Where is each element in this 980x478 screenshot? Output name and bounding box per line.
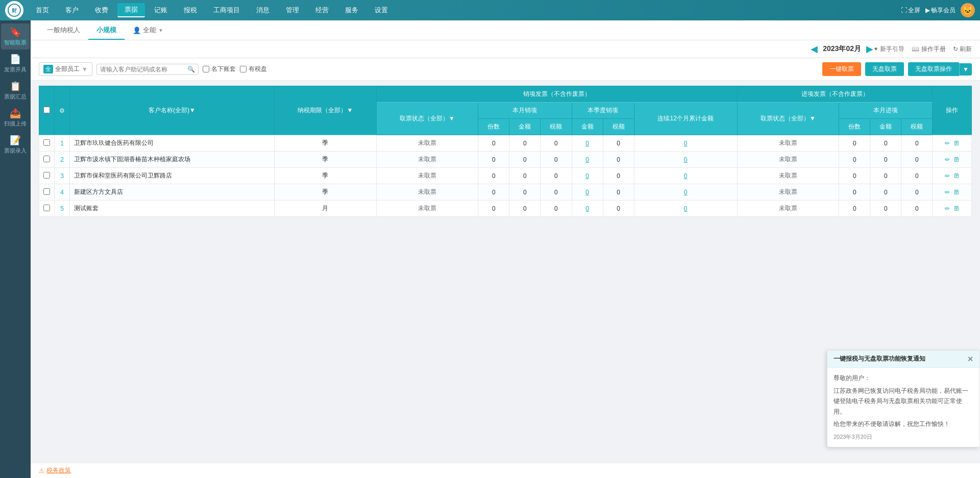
period-prev-button[interactable]: ◀ <box>811 43 818 55</box>
nav-msg[interactable]: 消息 <box>249 4 277 17</box>
row-edit-button[interactable]: ✏ <box>945 189 950 196</box>
nav-service[interactable]: 服务 <box>338 4 365 17</box>
no-disk-op-arrow[interactable]: ▼ <box>959 63 972 76</box>
nav-right: ⛶ 全屏 ▶ 畅享会员 🐱 <box>901 3 975 17</box>
row-checkbox[interactable] <box>43 188 50 195</box>
row-xiao-quarter-tax: 0 <box>603 200 634 217</box>
no-disk-ticket-button[interactable]: 无盘取票 <box>865 62 904 76</box>
row-xiao-status: 未取票 <box>376 168 478 184</box>
top-nav: 财 首页 客户 收费 票据 记账 报税 工商项目 消息 管理 经营 服务 设置 … <box>0 0 980 20</box>
notification-close-button[interactable]: ✕ <box>967 355 973 363</box>
th-xiao-group: 销项发票（不含作废票） <box>376 86 737 103</box>
own-account-checkbox[interactable] <box>203 66 209 72</box>
row-period: 季 <box>275 184 377 200</box>
row-actions: ✏ 🖹 <box>933 135 972 152</box>
row-customer-name: 卫辉市玖玖健合医药有限公司 <box>70 135 275 152</box>
nav-fee[interactable]: 收费 <box>88 4 115 17</box>
row-num: 2 <box>55 152 70 168</box>
row-view-button[interactable]: 🖹 <box>953 172 960 180</box>
select-all-checkbox[interactable] <box>43 107 50 113</box>
th-xiao-month-share: 份数 <box>478 119 509 135</box>
refresh-link[interactable]: ↻ 刷新 <box>953 45 972 54</box>
row-jin-month-amount: 0 <box>870 135 901 152</box>
row-edit-button[interactable]: ✏ <box>945 205 950 212</box>
nav-invoice[interactable]: 票据 <box>117 3 145 17</box>
one-click-ticket-button[interactable]: 一键取票 <box>822 62 861 76</box>
row-xiao-quarter-tax: 0 <box>603 152 634 168</box>
row-xiao-quarter-amount: 0 <box>572 184 603 200</box>
manual-icon: 📖 <box>912 45 919 53</box>
row-view-button[interactable]: 🖹 <box>953 205 960 212</box>
row-jin-month-amount: 0 <box>870 152 901 168</box>
row-checkbox-cell <box>39 152 55 168</box>
nav-manage[interactable]: 管理 <box>279 4 306 17</box>
th-jin-month-amount: 金额 <box>870 119 901 135</box>
row-xiao-quarter-amount: 0 <box>572 135 603 152</box>
member-icon: ▶ <box>925 7 930 14</box>
nav-home[interactable]: 首页 <box>29 4 56 17</box>
row-edit-button[interactable]: ✏ <box>945 172 950 180</box>
row-xiao-quarter-tax: 0 <box>603 168 634 184</box>
tax-disk-checkbox[interactable] <box>240 66 247 72</box>
nav-items: 首页 客户 收费 票据 记账 报税 工商项目 消息 管理 经营 服务 设置 <box>29 3 901 17</box>
row-actions: ✏ 🖹 <box>933 152 972 168</box>
row-xiao-month-amount: 0 <box>509 200 541 217</box>
row-edit-button[interactable]: ✏ <box>945 140 950 147</box>
period-next-button[interactable]: ▶ <box>866 43 873 55</box>
nav-operate[interactable]: 经营 <box>308 4 336 17</box>
member-button[interactable]: ▶ 畅享会员 <box>925 6 955 15</box>
row-xiao-cumulative: 0 <box>634 200 737 217</box>
sidebar-item-issue[interactable]: 📄 发票开具 <box>1 51 30 77</box>
nav-biz[interactable]: 工商项目 <box>206 4 247 17</box>
row-view-button[interactable]: 🖹 <box>953 189 960 196</box>
employee-filter[interactable]: 全 全部员工 ▼ <box>39 62 92 76</box>
nav-tax[interactable]: 报税 <box>177 4 204 17</box>
row-xiao-month-tax: 0 <box>541 200 572 217</box>
search-icon[interactable]: 🔍 <box>187 66 195 73</box>
row-jin-month-tax: 0 <box>901 168 933 184</box>
notification-greeting: 尊敬的用户： <box>834 373 973 383</box>
row-checkbox[interactable] <box>43 139 50 146</box>
table-row: 5 测试账套 月 未取票 0 0 0 0 0 0 未取票 0 0 0 ✏ 🖹 <box>39 200 972 217</box>
sidebar-item-entry[interactable]: 📝 票据录入 <box>1 132 30 158</box>
sidebar-item-smart-ticket[interactable]: 🔖 智能取票 <box>1 23 30 49</box>
nav-settings[interactable]: 设置 <box>368 4 395 17</box>
search-input[interactable] <box>100 66 187 73</box>
tab-general[interactable]: 一般纳税人 <box>39 20 88 40</box>
row-period: 月 <box>275 200 377 217</box>
table-row: 2 卫辉市汲水镇下固湖香椿苗木种植家庭农场 季 未取票 0 0 0 0 0 0 … <box>39 152 972 168</box>
row-checkbox[interactable] <box>43 205 50 211</box>
tax-policy-label[interactable]: 税务政策 <box>46 466 71 475</box>
settings-icon[interactable]: ⚙ <box>59 107 65 114</box>
th-xiao-quarter-tax: 税额 <box>603 119 634 135</box>
row-xiao-month-amount: 0 <box>509 135 541 152</box>
manual-link[interactable]: 📖 操作手册 <box>912 45 945 54</box>
sidebar-item-summary[interactable]: 📋 票据汇总 <box>1 78 30 104</box>
row-edit-button[interactable]: ✏ <box>945 156 950 163</box>
row-num: 3 <box>55 168 70 184</box>
tab-full[interactable]: 👤 全能 ▼ <box>125 20 172 40</box>
sidebar-item-scan[interactable]: 📤 扫描上传 <box>1 105 30 131</box>
data-table: ⚙ 客户名称(全部)▼ 纳税期限（全部）▼ 销项发票（不含作废票） 进项发票（不… <box>39 86 972 217</box>
row-checkbox-cell <box>39 135 55 152</box>
nav-bookkeeping[interactable]: 记账 <box>147 4 175 17</box>
avatar[interactable]: 🐱 <box>961 3 975 17</box>
checkbox-own-account[interactable]: 名下账套 <box>203 65 236 73</box>
chevron-down-icon: ▼ <box>158 28 163 33</box>
nav-customer[interactable]: 客户 <box>58 4 86 17</box>
checkbox-tax-disk[interactable]: 有税盘 <box>240 65 267 73</box>
row-checkbox[interactable] <box>43 156 50 162</box>
table-row: 4 新建区方方文具店 季 未取票 0 0 0 0 0 0 未取票 0 0 0 ✏… <box>39 184 972 200</box>
fullscreen-button[interactable]: ⛶ 全屏 <box>901 6 920 15</box>
row-actions: ✏ 🖹 <box>933 168 972 184</box>
no-disk-op-main[interactable]: 无盘取票操作 <box>908 62 959 76</box>
row-num: 5 <box>55 200 70 217</box>
row-actions: ✏ 🖹 <box>933 184 972 200</box>
row-view-button[interactable]: 🖹 <box>953 140 960 147</box>
tab-small[interactable]: 小规模 <box>88 20 125 40</box>
row-view-button[interactable]: 🖹 <box>953 156 960 163</box>
period-actions: ✦ 新手引导 📖 操作手册 ↻ 刷新 <box>873 45 972 54</box>
th-jin-month-share: 份数 <box>839 119 870 135</box>
row-checkbox[interactable] <box>43 172 50 179</box>
guide-link[interactable]: ✦ 新手引导 <box>873 45 904 54</box>
